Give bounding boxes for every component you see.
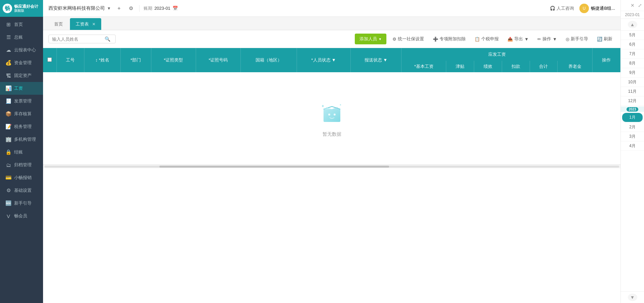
month-item-sep[interactable]: 9月: [621, 68, 644, 78]
sidebar-item-archive[interactable]: 🗂 归档管理: [0, 159, 43, 171]
topbar: 西安虾米网络科技有限公司 ▼ + ⚙ 账期 2023-01 📅 🎧 人工咨询 U: [43, 0, 620, 17]
sidebar-item-multi-org[interactable]: 🏢 多机构管理: [0, 133, 43, 146]
sidebar-label-multi-org: 多机构管理: [14, 136, 36, 142]
special-deduct-icon: ➕: [433, 37, 438, 42]
social-security-action[interactable]: ⚙ 统一社保设置: [390, 35, 427, 43]
sidebar-item-home[interactable]: ⊞ 首页: [0, 18, 43, 31]
sidebar-label-invoice: 发票管理: [14, 98, 32, 104]
sidebar-item-expense[interactable]: 💳 小畅报销: [0, 171, 43, 184]
home-icon: ⊞: [5, 21, 11, 28]
member-icon: V: [5, 213, 11, 219]
personal-tax-action[interactable]: 📋 个税申报: [472, 35, 501, 43]
calendar-icon[interactable]: 📅: [173, 6, 178, 11]
cloud-icon: ☁: [5, 47, 11, 53]
sidebar-item-tax[interactable]: 📝 税务管理: [0, 120, 43, 133]
refresh-action[interactable]: 🔄 刷新: [594, 35, 615, 43]
period-display-panel: 2023-01: [625, 12, 640, 17]
tab-home[interactable]: 首页: [48, 18, 69, 30]
search-input[interactable]: [52, 37, 103, 42]
date-months-prev: 5月 6月 7月 8月 9月 10月 11月 12月: [621, 31, 644, 106]
date-scroll-up-button[interactable]: ▲: [628, 21, 637, 28]
month-item-oct[interactable]: 10月: [621, 78, 644, 87]
logo-icon: 畅: [3, 4, 12, 13]
settings-gear-button[interactable]: ⚙: [127, 4, 135, 12]
th-nation: 国籍（地区）: [240, 48, 297, 72]
month-item-mar[interactable]: 3月: [621, 132, 644, 141]
sidebar-item-inventory[interactable]: 📦 库存核算: [0, 107, 43, 120]
add-person-label: 添加人员: [359, 36, 377, 42]
sidebar-item-close[interactable]: 🔒 结账: [0, 146, 43, 159]
month-item-aug[interactable]: 8月: [621, 59, 644, 68]
tabbar: 首页 工资表 ✕: [43, 17, 620, 30]
sidebar-item-guide[interactable]: 🆕 新手引导: [0, 197, 43, 210]
month-item-jan-active[interactable]: 1月: [622, 113, 643, 122]
sidebar-label-expense: 小畅报销: [14, 175, 32, 181]
sidebar-item-member[interactable]: V 畅会员: [0, 210, 43, 222]
close-panel-button[interactable]: ✕: [630, 2, 635, 9]
operations-action[interactable]: ✏ 操作 ▼: [535, 35, 560, 43]
app-logo: 畅 畅应通好会计 旗舰版: [0, 0, 43, 17]
service-button[interactable]: 🎧 人工咨询: [550, 5, 574, 11]
tab-close-icon[interactable]: ✕: [92, 22, 96, 27]
personal-tax-icon: 📋: [475, 37, 480, 42]
tab-salary-table[interactable]: 工资表 ✕: [70, 18, 101, 30]
sidebar-item-salary[interactable]: 📊 工资: [0, 82, 43, 95]
sidebar-item-invoice[interactable]: 🧾 发票管理: [0, 95, 43, 107]
social-security-icon: ⚙: [392, 37, 396, 42]
horizontal-scrollbar[interactable]: [43, 164, 620, 168]
sidebar-item-cloud-report[interactable]: ☁ 云报表中心: [0, 44, 43, 56]
export-action[interactable]: 📤 导出 ▼: [505, 35, 531, 43]
month-item-may[interactable]: 5月: [621, 31, 644, 40]
operations-arrow-icon: ▼: [553, 37, 557, 42]
th-checkbox[interactable]: [43, 48, 56, 72]
app-version: 旗舰版: [14, 9, 38, 13]
guide-icon: 🆕: [5, 200, 11, 206]
th-id-type: *证照类型: [151, 48, 196, 72]
svg-point-3: [328, 114, 330, 116]
sidebar-item-settings[interactable]: ⚙ 基础设置: [0, 184, 43, 197]
month-item-jul[interactable]: 7月: [621, 49, 644, 59]
th-base-salary: *基本工资: [402, 61, 446, 72]
search-box[interactable]: 🔍: [48, 35, 116, 43]
refresh-icon: 🔄: [597, 37, 602, 42]
svg-text:✦: ✦: [338, 109, 340, 111]
logo-text: 畅应通好会计 旗舰版: [14, 4, 38, 13]
year-divider: 2023: [621, 106, 644, 113]
user-menu[interactable]: U 畅捷通B组...: [579, 4, 615, 13]
select-all-checkbox[interactable]: [47, 57, 52, 62]
th-salary-group: 应发工资: [402, 48, 593, 61]
toolbar: 🔍 添加人员 ▼ ⚙ 统一社保设置 ➕ 专项附加扣除 📋 个税申报: [43, 30, 620, 48]
special-deduct-action[interactable]: ➕ 专项附加扣除: [430, 35, 468, 43]
year-divider-bar: 2023: [621, 106, 644, 112]
svg-text:✦: ✦: [321, 104, 325, 109]
month-item-dec[interactable]: 12月: [621, 96, 644, 106]
th-allowance: 津贴: [446, 61, 474, 72]
company-selector[interactable]: 西安虾米网络科技有限公司 ▼: [48, 5, 111, 11]
sidebar-label-close: 结账: [14, 149, 23, 155]
date-scroll-down-button[interactable]: ▼: [628, 294, 637, 301]
date-nav-up[interactable]: ▲: [621, 19, 644, 31]
operations-icon: ✏: [537, 37, 541, 42]
expand-panel-button[interactable]: ⤢: [637, 2, 643, 9]
sidebar-item-fund[interactable]: 💰 资金管理: [0, 56, 43, 69]
table-header-row1: 工号 ↕ *姓名 *部门 *证照类型 *证照号码: [43, 48, 620, 61]
date-nav-down[interactable]: ▼: [621, 291, 644, 303]
th-status: *人员状态 ▼: [297, 48, 350, 72]
month-item-jun[interactable]: 6月: [621, 40, 644, 49]
add-person-button[interactable]: 添加人员 ▼: [355, 34, 386, 44]
scrollbar-thumb[interactable]: [159, 166, 389, 168]
personal-tax-label: 个税申报: [481, 36, 499, 42]
archive-icon: 🗂: [5, 162, 11, 168]
month-item-apr[interactable]: 4月: [621, 141, 644, 151]
month-item-nov[interactable]: 11月: [621, 87, 644, 96]
add-person-arrow-icon: ▼: [378, 37, 382, 41]
month-item-feb[interactable]: 2月: [621, 123, 644, 132]
guide-action[interactable]: ◎ 新手引导: [563, 35, 591, 43]
social-security-label: 统一社保设置: [398, 36, 424, 42]
sidebar-item-ledger[interactable]: ☰ 总账: [0, 31, 43, 44]
th-emp-no: 工号: [56, 48, 84, 72]
empty-state: ✦ ✦ ✦ 暂无数据: [43, 72, 620, 164]
salary-table: 工号 ↕ *姓名 *部门 *证照类型 *证照号码: [43, 48, 620, 72]
add-company-button[interactable]: +: [115, 4, 123, 12]
sidebar-item-fixed-assets[interactable]: 🏗 固定资产: [0, 69, 43, 82]
